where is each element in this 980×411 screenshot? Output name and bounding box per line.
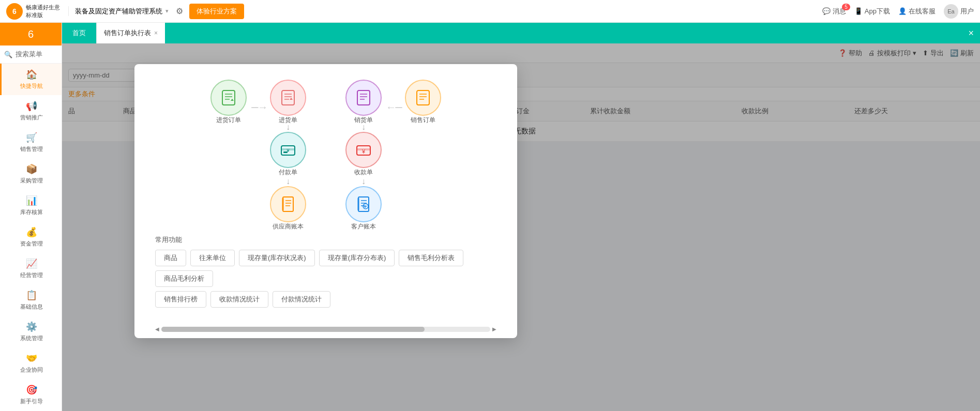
system-title: 装备及固定资产辅助管理系统 ▾ ⚙ xyxy=(68,6,183,16)
func-btn-sales-rank[interactable]: 销售排行榜 xyxy=(155,291,206,308)
search-menu-label: 搜索菜单 xyxy=(16,50,42,59)
func-btn-stock-status[interactable]: 现存量(库存状况表) xyxy=(239,250,315,266)
enterprise-icon: 🤝 xyxy=(26,353,37,364)
online-service-label: 在线客服 xyxy=(909,7,936,16)
purchase-order-label: 进货订单 xyxy=(216,116,241,125)
func-btn-goods[interactable]: 商品 xyxy=(155,250,186,266)
down-arrow-3-icon: ↓ xyxy=(286,177,290,186)
sidebar-item-operations[interactable]: 📈 经营管理 xyxy=(0,253,62,284)
sidebar-label-system: 系统管理 xyxy=(20,334,43,342)
func-btn-goods-margin[interactable]: 商品毛利分析 xyxy=(155,270,213,287)
system-icon: ⚙️ xyxy=(26,321,37,332)
flow-arrows-down-2: ↓ ↓ xyxy=(207,177,445,186)
sidebar-item-marketing[interactable]: 📢 营销推广 xyxy=(0,95,62,127)
func-btn-receipt-stats[interactable]: 收款情况统计 xyxy=(210,291,268,308)
ad2-gap xyxy=(310,177,341,186)
scrollbar-left-btn[interactable]: ◀ xyxy=(155,326,159,332)
down-arrow-1-icon: ↓ xyxy=(286,123,290,132)
message-icon: 💬 xyxy=(822,7,831,15)
sidebar-logo: 6 xyxy=(0,23,62,45)
arrow-down-3: ↓ xyxy=(270,177,306,186)
sidebar-item-purchase[interactable]: 📦 采购管理 xyxy=(0,158,62,190)
sidebar-label-marketing: 营销推广 xyxy=(20,114,43,121)
settings-icon[interactable]: ⚙ xyxy=(176,6,183,16)
spacer3 xyxy=(386,125,404,132)
ad2-s1 xyxy=(207,177,243,186)
tab-sales-order-label: 销售订单执行表 xyxy=(104,28,151,38)
customer-ledger-label: 客户账本 xyxy=(351,222,376,231)
scrollbar-right-btn[interactable]: ▶ xyxy=(492,326,496,332)
sales-receipt-icon xyxy=(345,80,382,116)
user-area[interactable]: Ea 用户 xyxy=(944,4,974,19)
sidebar-item-enterprise[interactable]: 🤝 企业协同 xyxy=(0,347,62,379)
flow-node-sales-receipt: 销货单 xyxy=(345,80,382,125)
arrow-right-icon: - - - → xyxy=(251,101,266,113)
arrow-down-spacer2 xyxy=(247,125,266,132)
phone-icon: 📱 xyxy=(854,7,863,15)
sidebar-item-quick-nav[interactable]: 🏠 快捷导航 xyxy=(0,64,62,95)
sidebar-item-basic-info[interactable]: 📋 基础信息 xyxy=(0,284,62,316)
content-close-icon[interactable]: × xyxy=(962,28,980,39)
func-buttons-row-1: 商品 往来单位 现存量(库存状况表) 现存量(库存分布表) 销售毛利分析表 商品… xyxy=(155,250,496,287)
customer-ledger-icon xyxy=(345,186,382,222)
page-content: ❓ 帮助 🖨 按模板打印 ▾ ⬆ 导出 🔄 xyxy=(62,43,980,411)
payment-label: 付款单 xyxy=(279,168,297,177)
logo-text: 畅康通好生意 标准版 xyxy=(26,4,60,19)
flow-node-payment: ¥ 付款单 xyxy=(270,132,306,177)
guide-icon: 🎯 xyxy=(26,384,37,395)
func-btn-sales-margin[interactable]: 销售毛利分析表 xyxy=(399,250,463,266)
sales-icon: 🛒 xyxy=(26,132,37,143)
app-download-button[interactable]: 📱 App下载 xyxy=(854,7,890,16)
message-button[interactable]: 💬 消息 5 xyxy=(822,7,846,16)
tab-close-icon[interactable]: × xyxy=(154,29,158,37)
content-area: 首页 销售订单执行表 × × ❓ 帮助 🖨 xyxy=(62,23,980,411)
gap-spacer xyxy=(310,125,341,132)
online-service-button[interactable]: 👤 在线客服 xyxy=(898,7,936,16)
svg-rect-12 xyxy=(417,90,429,105)
sidebar-item-guide[interactable]: 🎯 新手引导 xyxy=(0,379,62,410)
sidebar: 6 🔍 搜索菜单 🏠 快捷导航 📢 营销推广 🛒 销售管理 📦 采购管理 xyxy=(0,23,62,411)
arrow-1: - - - → xyxy=(251,101,266,125)
tab-bar: 首页 销售订单执行表 × × xyxy=(62,23,980,43)
arrow-2: ← - - - xyxy=(386,101,401,125)
supplier-ledger-icon xyxy=(270,186,306,222)
inventory-icon: 📊 xyxy=(26,195,37,206)
modal-box: 进货订单 - - - → xyxy=(134,64,517,338)
spacer4 xyxy=(409,125,445,132)
scrollbar-thumb xyxy=(161,327,425,332)
func-btn-payment-stats[interactable]: 付款情况统计 xyxy=(273,291,330,308)
flow-node-sales-order: 销售订单 xyxy=(405,80,441,125)
sidebar-item-finance[interactable]: 💰 资金管理 xyxy=(0,221,62,253)
sidebar-label-sales: 销售管理 xyxy=(20,145,43,153)
arrow-down-spacer1 xyxy=(207,125,243,132)
sidebar-label-quick-nav: 快捷导航 xyxy=(20,82,43,90)
dropdown-arrow-icon[interactable]: ▾ xyxy=(165,8,169,14)
trial-button[interactable]: 体验行业方案 xyxy=(189,4,244,19)
modal-overlay[interactable]: 进货订单 - - - → xyxy=(62,43,980,411)
top-right-area: 💬 消息 5 📱 App下载 👤 在线客服 Ea 用户 xyxy=(822,4,974,19)
basic-info-icon: 📋 xyxy=(26,290,37,301)
flow-node-receipt: ¥ 收款单 xyxy=(345,132,382,177)
arrow-down-2: ↓ xyxy=(345,125,382,132)
sidebar-item-system[interactable]: ⚙️ 系统管理 xyxy=(0,316,62,347)
sidebar-item-sales[interactable]: 🛒 销售管理 xyxy=(0,127,62,158)
service-icon: 👤 xyxy=(898,7,907,15)
ad2-s3 xyxy=(386,177,404,186)
sidebar-label-inventory: 库存核算 xyxy=(20,208,43,216)
sidebar-search[interactable]: 🔍 搜索菜单 xyxy=(0,45,62,64)
sales-order-icon xyxy=(405,80,441,116)
tab-home[interactable]: 首页 xyxy=(62,23,96,43)
func-btn-partner[interactable]: 往来单位 xyxy=(190,250,235,266)
svg-rect-8 xyxy=(357,90,370,105)
finance-icon: 💰 xyxy=(26,226,37,238)
func-btn-stock-dist[interactable]: 现存量(库存分布表) xyxy=(319,250,395,266)
flow-node-purchase-receipt: 进货单 xyxy=(270,80,306,125)
down-arrow-2-icon: ↓ xyxy=(361,123,366,132)
purchase-order-icon xyxy=(210,80,247,116)
sidebar-item-inventory[interactable]: 📊 库存核算 xyxy=(0,190,62,221)
receipt-label: 收款单 xyxy=(354,168,373,177)
operations-icon: 📈 xyxy=(26,258,37,269)
sidebar-label-enterprise: 企业协同 xyxy=(20,366,43,374)
logo-icon: 6 xyxy=(6,3,23,20)
tab-sales-order[interactable]: 销售订单执行表 × xyxy=(96,23,165,43)
